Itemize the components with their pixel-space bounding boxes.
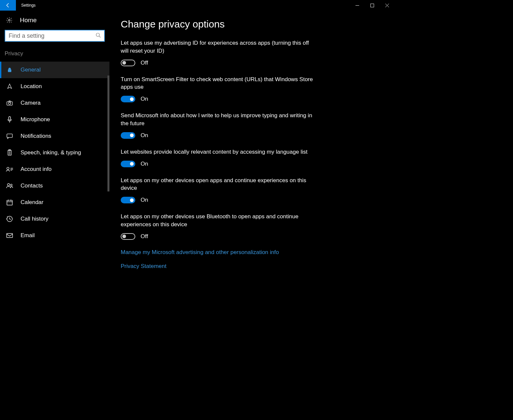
back-button[interactable] [0,0,16,11]
sidebar-item-label: General [21,67,40,73]
svg-point-7 [9,102,11,105]
toggle-switch[interactable] [121,161,135,167]
setting-2: Send Microsoft info about how I write to… [121,112,378,139]
sidebar-item-label: Notifications [21,133,51,139]
svg-rect-22 [7,234,13,237]
sidebar-item-camera[interactable]: Camera [0,95,109,111]
sidebar-item-speech-inking-typing[interactable]: Speech, inking, & typing [0,144,109,161]
sidebar-item-microphone[interactable]: Microphone [0,111,109,128]
close-icon [385,4,389,7]
sidebar-item-label: Account info [21,166,52,173]
search-box[interactable] [5,30,105,42]
toggle-knob [122,61,126,65]
setting-desc: Let websites provide locally relevant co… [121,148,316,156]
svg-rect-10 [8,150,11,155]
notifications-icon [6,133,13,139]
toggle-state-label: On [141,197,148,203]
setting-desc: Send Microsoft info about how I write to… [121,112,316,128]
sidebar-item-location[interactable]: Location [0,78,109,95]
toggle-row: Off [121,60,378,66]
toggle-row: On [121,161,378,167]
toggle-row: Off [121,233,378,240]
setting-desc: Turn on SmartScreen Filter to check web … [121,76,316,91]
search-icon [96,32,101,39]
sidebar: Home Privacy GeneralLocationCameraMicrop… [0,11,109,323]
toggle-switch[interactable] [121,233,135,240]
setting-desc: Let apps use my advertising ID for exper… [121,39,316,55]
toggle-switch[interactable] [121,197,135,203]
camera-icon [6,100,13,106]
sidebar-scrollbar[interactable] [107,76,109,191]
link-0[interactable]: Manage my Microsoft advertising and othe… [121,249,378,256]
toggle-state-label: On [141,96,148,102]
section-label: Privacy [0,48,109,62]
svg-rect-14 [7,200,12,205]
svg-rect-9 [7,134,13,137]
setting-5: Let apps on my other devices use Bluetoo… [121,213,378,240]
close-button[interactable] [380,0,395,11]
toggle-state-label: Off [141,60,148,66]
search-input[interactable] [9,32,96,39]
window-title: Settings [16,0,350,11]
toggle-state-label: On [141,132,148,139]
back-arrow-icon [5,3,11,8]
minimize-icon [355,4,359,7]
sidebar-item-general[interactable]: General [0,62,109,78]
toggle-switch[interactable] [121,96,135,102]
microphone-icon [6,116,13,123]
sidebar-item-label: Email [21,232,35,239]
sidebar-item-account-info[interactable]: Account info [0,161,109,178]
setting-desc: Let apps on my other devices open apps a… [121,177,316,192]
toggle-knob [130,162,134,166]
setting-4: Let apps on my other devices open apps a… [121,177,378,204]
page-title: Change privacy options [121,19,378,30]
svg-point-11 [7,167,9,170]
svg-point-3 [96,33,99,36]
toggle-knob [130,97,134,101]
nav-list: GeneralLocationCameraMicrophoneNotificat… [0,62,109,244]
sidebar-item-call-history[interactable]: Call history [0,211,109,227]
sidebar-item-calendar[interactable]: Calendar [0,194,109,211]
svg-rect-1 [371,4,374,7]
account-icon [6,167,13,172]
email-icon [6,233,13,238]
setting-0: Let apps use my advertising ID for exper… [121,39,378,66]
gear-icon [6,17,13,24]
maximize-icon [370,4,374,7]
home-label: Home [20,17,37,24]
sidebar-item-email[interactable]: Email [0,227,109,244]
sidebar-item-notifications[interactable]: Notifications [0,128,109,144]
toggle-switch[interactable] [121,60,135,66]
home-button[interactable]: Home [0,11,109,30]
toggle-switch[interactable] [121,132,135,139]
setting-desc: Let apps on my other devices use Bluetoo… [121,213,316,229]
sidebar-item-label: Camera [21,100,40,106]
toggle-row: On [121,197,378,203]
search-container [0,30,109,48]
svg-rect-8 [9,117,10,120]
toggle-row: On [121,96,378,102]
history-icon [6,216,13,222]
maximize-button[interactable] [365,0,380,11]
svg-point-13 [11,184,12,186]
toggle-knob [130,198,134,202]
toggle-state-label: On [141,161,148,167]
contacts-icon [6,183,13,189]
minimize-button[interactable] [350,0,365,11]
titlebar: Settings [0,0,395,11]
sidebar-item-label: Location [21,83,42,90]
links-list: Manage my Microsoft advertising and othe… [121,249,378,270]
setting-1: Turn on SmartScreen Filter to check web … [121,76,378,103]
calendar-icon [6,199,13,206]
sidebar-item-label: Calendar [21,199,43,206]
settings-list: Let apps use my advertising ID for exper… [121,39,378,240]
location-icon [6,83,13,89]
link-1[interactable]: Privacy Statement [121,263,378,270]
sidebar-item-contacts[interactable]: Contacts [0,178,109,194]
sidebar-item-label: Microphone [21,116,50,123]
toggle-row: On [121,132,378,139]
toggle-state-label: Off [141,233,148,240]
toggle-knob [122,235,126,238]
sidebar-item-label: Contacts [21,183,43,189]
svg-point-12 [7,184,10,186]
